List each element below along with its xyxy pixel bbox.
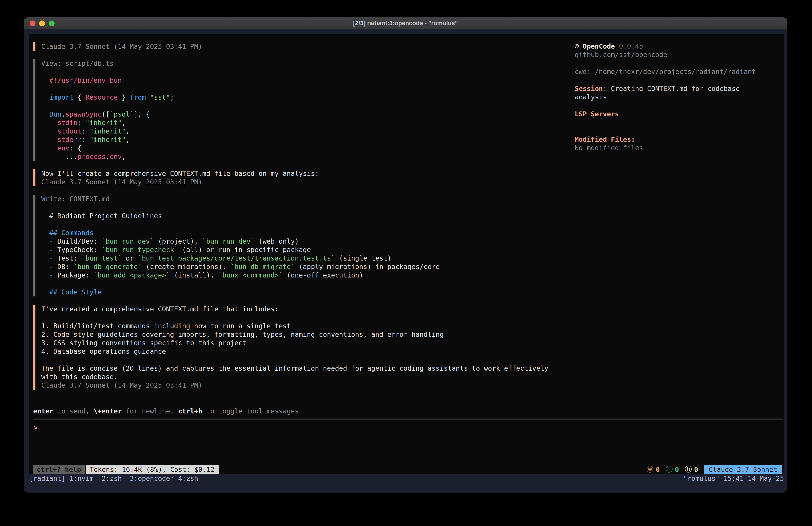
text-segment: import: [49, 94, 73, 101]
terminal-line: The file is concise (20 lines) and captu…: [41, 364, 577, 373]
tool-write-block: Write: CONTEXT.md # Radiant Project Guid…: [33, 195, 577, 296]
tool-accent-bar: [33, 59, 35, 161]
zoom-button[interactable]: [49, 20, 55, 26]
terminal-line: [41, 280, 577, 288]
text-segment: ,: [126, 127, 130, 135]
terminal-line: - DB: `bun db generate` (create migratio…: [41, 262, 577, 271]
text-segment: enter: [33, 407, 53, 415]
text-segment: No modified files: [575, 144, 643, 152]
minimize-button[interactable]: [39, 20, 45, 26]
text-segment: stderr: [57, 136, 81, 144]
text-segment: # Radiant Project Guidelines: [41, 212, 162, 220]
text-segment: (project),: [154, 237, 202, 245]
terminal-window: [2/3] radiant:3:opencode - "romulus" Cla…: [24, 17, 787, 493]
text-segment: stdout: [57, 127, 81, 135]
terminal-line: View: script/db.ts: [41, 59, 577, 68]
assistant-message-block: Now I'll create a comprehensive CONTEXT.…: [33, 169, 577, 186]
text-segment: (one-off execution): [283, 271, 363, 279]
terminal-line: [41, 102, 577, 110]
text-segment: from: [130, 94, 146, 101]
text-segment: with this codebase.: [41, 373, 118, 381]
terminal-line: [575, 59, 782, 68]
text-segment: Resource: [86, 94, 118, 101]
text-segment: (web only): [255, 237, 299, 245]
terminal-line: - Build/Dev: `bun run dev` (project), `b…: [41, 237, 577, 246]
text-segment: Now I'll create a comprehensive CONTEXT.…: [41, 170, 319, 177]
terminal-line: Write: CONTEXT.md: [41, 195, 577, 203]
terminal-line: [41, 220, 577, 229]
terminal-line: github.com/sst/opencode: [575, 51, 782, 59]
text-segment: Session: [575, 85, 603, 93]
terminal-line: Bun.spawnSync([`psql`], {: [41, 110, 577, 118]
info-counter: ⓘ 0: [666, 465, 679, 474]
statusbar-spacer: [219, 465, 647, 474]
info-count: 0: [675, 466, 679, 473]
message-accent-bar: [33, 42, 35, 51]
text-segment: :: [69, 144, 73, 152]
assistant-meta-block: Claude 3.7 Sonnet (14 May 2025 03:41 PM): [33, 42, 577, 51]
text-segment: ctrl+h: [178, 407, 202, 415]
text-segment: {: [74, 144, 82, 152]
text-segment: DB:: [57, 263, 73, 271]
terminal-line: [575, 127, 782, 135]
text-segment: Package:: [57, 271, 93, 279]
text-segment: ,: [122, 119, 126, 127]
text-segment: -: [49, 271, 57, 279]
close-button[interactable]: [30, 20, 35, 26]
help-shortcut-chip: ctrl+? help: [33, 465, 85, 474]
prompt-input[interactable]: >: [34, 424, 38, 432]
text-segment: Claude 3.7 Sonnet (14 May 2025 03:41 PM): [41, 381, 202, 389]
text-segment: cwd: /home/thdxr/dev/projects/radiant/ra…: [575, 68, 756, 75]
window-title: [2/3] radiant:3:opencode - "romulus": [353, 20, 458, 27]
terminal-line: Session: Creating CONTEXT.md for codebas…: [575, 84, 782, 93]
text-segment: ,: [126, 136, 130, 144]
text-segment: stdin: [57, 119, 77, 127]
text-segment: analysis: [575, 93, 607, 101]
tmux-window-list[interactable]: [radiant] 1:nvim 2:zsh- 3:opencode* 4:zs…: [29, 474, 198, 482]
terminal-line: 4. Database operations guidance: [41, 347, 577, 356]
text-segment: [41, 94, 49, 101]
terminal-line: [575, 76, 782, 84]
text-segment: ;: [170, 94, 174, 101]
terminal-line: stdout: "inherit",: [41, 127, 577, 136]
text-segment: :: [77, 119, 82, 127]
text-segment: env: [57, 144, 69, 152]
text-segment: to send,: [53, 407, 93, 415]
text-segment: `bun test`: [82, 254, 122, 262]
text-segment: `bun run typecheck`: [102, 246, 178, 254]
text-segment: ,: [122, 153, 126, 160]
info-icon: ⓘ: [666, 465, 673, 474]
token-cost-chip: Tokens: 16.4K (8%), Cost: $0.12: [86, 465, 219, 474]
tmux-statusbar: [radiant] 1:nvim 2:zsh- 3:opencode* 4:zs…: [29, 474, 784, 483]
window-titlebar[interactable]: [2/3] radiant:3:opencode - "romulus": [24, 17, 787, 29]
text-segment: [41, 254, 49, 262]
text-segment: `bunx <command>`: [218, 271, 283, 279]
text-segment: .: [61, 110, 65, 118]
terminal-line: ## Code Style: [41, 288, 577, 296]
terminal-line: I've created a comprehensive CONTEXT.md …: [41, 305, 577, 313]
text-segment: "sst": [150, 94, 170, 101]
terminal-line: © OpenCode 0.0.45: [575, 42, 782, 51]
text-segment: `psql`: [110, 110, 134, 118]
terminal-line: #!/usr/bin/env bun: [41, 76, 577, 85]
text-segment: :: [82, 127, 86, 135]
terminal-line: analysis: [575, 93, 782, 101]
text-segment: -: [49, 254, 57, 262]
terminal-screen: Claude 3.7 Sonnet (14 May 2025 03:41 PM)…: [29, 34, 784, 474]
text-segment: for newline,: [122, 407, 178, 415]
text-segment: -: [49, 246, 57, 254]
text-segment: process: [77, 153, 106, 160]
terminal-line: - Package: `bun add <package>` (install)…: [41, 271, 577, 280]
text-segment: [82, 119, 86, 127]
text-segment: [146, 94, 150, 101]
text-segment: [41, 127, 57, 135]
terminal-line: Claude 3.7 Sonnet (14 May 2025 03:41 PM): [41, 178, 577, 186]
text-segment: © OpenCode: [575, 42, 615, 50]
text-segment: [41, 271, 49, 279]
text-segment: to toggle tool messages: [202, 407, 299, 415]
text-segment: View: script/db.ts: [41, 59, 114, 67]
terminal-line: env: {: [41, 144, 577, 153]
text-segment: :: [82, 136, 86, 144]
text-segment: 1. Build/lint/test commands including ho…: [41, 322, 291, 330]
text-segment: [86, 136, 90, 144]
